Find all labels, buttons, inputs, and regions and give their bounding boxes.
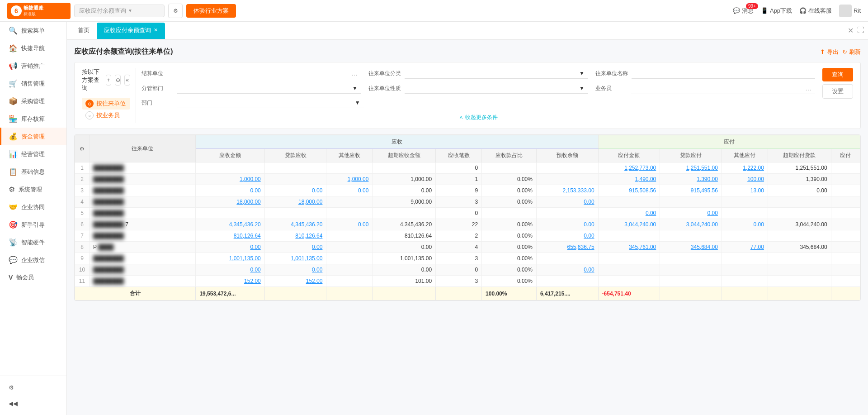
message-badge: 99+ — [746, 3, 758, 9]
avatar — [839, 5, 852, 17]
chevron-down-icon: ▼ — [128, 8, 132, 13]
top-bar-right: 💬 消息 99+ 📱 App下载 🎧 在线客服 Rit — [733, 5, 861, 17]
online-service-button[interactable]: 🎧 在线客服 — [799, 7, 832, 15]
top-bar: 6 畅捷通账 标准版 应收应付余额查询 ▼ ⚙ 体验行业方案 💬 消息 99+ … — [0, 0, 868, 22]
service-icon: 🎧 — [799, 7, 807, 14]
message-icon: 💬 — [733, 7, 740, 14]
breadcrumb[interactable]: 应收应付余额查询 ▼ — [74, 5, 165, 17]
app-version: 标准版 — [24, 11, 43, 17]
app-download-button[interactable]: 📱 App下载 — [761, 7, 792, 15]
settings-icon[interactable]: ⚙ — [168, 4, 183, 18]
top-bar-left: 6 畅捷通账 标准版 应收应付余额查询 ▼ ⚙ 体验行业方案 — [7, 3, 733, 19]
download-icon: 📱 — [761, 7, 768, 14]
user-name: Rit — [854, 7, 861, 14]
app-download-label: App下载 — [770, 7, 792, 15]
breadcrumb-text: 应收应付余额查询 — [79, 7, 126, 15]
app-name: 畅捷通账 — [24, 5, 43, 11]
industry-button[interactable]: 体验行业方案 — [186, 4, 236, 18]
message-button[interactable]: 💬 消息 99+ — [733, 7, 754, 15]
user-profile[interactable]: Rit — [839, 5, 861, 17]
online-service-label: 在线客服 — [808, 7, 832, 15]
app-logo[interactable]: 6 畅捷通账 标准版 — [7, 3, 71, 19]
